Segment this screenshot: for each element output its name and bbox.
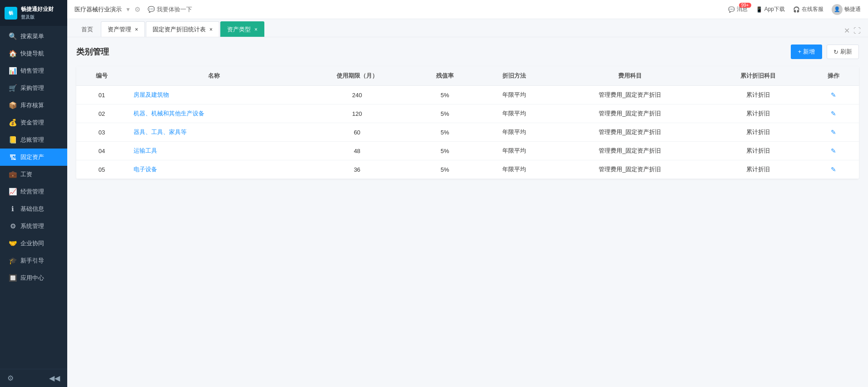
feedback-icon: 💬 [148, 6, 155, 13]
header-actions: + 新增 ↻ 刷新 [791, 45, 859, 59]
tab-home-label: 首页 [81, 25, 93, 34]
sidebar-item-finance[interactable]: 💰 资金管理 [0, 114, 67, 131]
fixed-asset-icon: 🏗 [9, 153, 17, 161]
app-download-label: App下载 [764, 5, 785, 13]
sidebar-item-inventory[interactable]: 📦 库存核算 [0, 97, 67, 114]
window-controls: ✕ ⛶ [844, 26, 861, 37]
refresh-icon: ↻ [833, 49, 838, 55]
tab-asset-type-close-icon[interactable]: × [254, 26, 258, 33]
sidebar-item-salary[interactable]: 💼 工资 [0, 166, 67, 183]
cell-expense: 管理费用_固定资产折旧 [552, 104, 708, 123]
cell-expense: 管理费用_固定资产折旧 [552, 123, 708, 142]
sidebar-item-label: 系统管理 [20, 222, 44, 230]
cell-method: 年限平均 [476, 142, 552, 160]
table-row: 05 电子设备 36 5% 年限平均 管理费用_固定资产折旧 累计折旧 ✎ [76, 160, 859, 179]
sidebar-item-fixed-asset[interactable]: 🏗 固定资产 [0, 149, 67, 166]
logo-icon: 畅 [5, 7, 17, 20]
cell-name[interactable]: 运输工具 [127, 142, 301, 160]
cell-period: 60 [301, 123, 413, 142]
sidebar-item-quick-nav[interactable]: 🏠 快捷导航 [0, 45, 67, 62]
topbar: 医疗器械行业演示 ▼ ⚙ 💬 我要体验一下 💬 消息 99+ 📱 App下载 🎧… [67, 0, 868, 19]
online-service-label: 在线客服 [802, 5, 823, 13]
cell-name[interactable]: 机器、机械和其他生产设备 [127, 104, 301, 123]
tab-asset-manage[interactable]: 资产管理 × [101, 21, 145, 37]
table-row: 04 运输工具 48 5% 年限平均 管理费用_固定资产折旧 累计折旧 ✎ [76, 142, 859, 160]
sidebar-item-ledger[interactable]: 📒 总账管理 [0, 131, 67, 149]
ledger-icon: 📒 [9, 136, 17, 144]
sidebar-item-sales[interactable]: 📊 销售管理 [0, 62, 67, 79]
cell-method: 年限平均 [476, 86, 552, 104]
sidebar-item-guide[interactable]: 🎓 新手引导 [0, 252, 67, 269]
company-dropdown-icon[interactable]: ▼ [125, 6, 131, 13]
system-icon: ⚙ [9, 222, 17, 230]
col-name: 名称 [127, 66, 301, 86]
user-menu[interactable]: 👤 畅捷通 [832, 4, 861, 15]
tab-fixed-asset-table-close-icon[interactable]: × [209, 26, 213, 33]
feedback-button[interactable]: 💬 我要体验一下 [148, 5, 192, 14]
close-window-icon[interactable]: ✕ [844, 26, 850, 35]
edit-icon[interactable]: ✎ [831, 91, 836, 99]
cell-residual: 5% [413, 142, 476, 160]
app-name: 畅捷通好业财 [21, 5, 54, 13]
online-service-button[interactable]: 🎧 在线客服 [793, 5, 823, 13]
sidebar-item-purchase[interactable]: 🛒 采购管理 [0, 79, 67, 97]
sidebar-item-search[interactable]: 🔍 搜索菜单 [0, 28, 67, 45]
message-button[interactable]: 💬 消息 99+ [728, 5, 748, 13]
sidebar-item-label: 新手引导 [20, 257, 44, 265]
cell-name[interactable]: 器具、工具、家具等 [127, 123, 301, 142]
cell-accumulated: 累计折旧 [708, 104, 808, 123]
sidebar-item-label: 应用中心 [20, 274, 44, 282]
sidebar-item-basic-info[interactable]: ℹ 基础信息 [0, 200, 67, 218]
tab-asset-type[interactable]: 资产类型 × [220, 21, 264, 37]
sidebar-item-app-center[interactable]: 🔲 应用中心 [0, 269, 67, 287]
maximize-window-icon[interactable]: ⛶ [853, 27, 861, 35]
sidebar-item-label: 资金管理 [20, 119, 44, 127]
cell-period: 48 [301, 142, 413, 160]
tab-fixed-asset-table[interactable]: 固定资产折旧统计表 × [146, 21, 219, 37]
edit-icon[interactable]: ✎ [831, 166, 836, 173]
sidebar-nav: 🔍 搜索菜单 🏠 快捷导航 📊 销售管理 🛒 采购管理 📦 库存核算 💰 资金管… [0, 26, 67, 369]
sidebar-item-label: 企业协同 [20, 239, 44, 248]
download-icon: 📱 [756, 6, 763, 13]
collapse-icon[interactable]: ◀◀ [49, 374, 60, 382]
message-icon: 💬 [728, 6, 735, 13]
cell-residual: 5% [413, 123, 476, 142]
tab-asset-manage-close-icon[interactable]: × [135, 26, 138, 33]
sidebar-item-label: 销售管理 [20, 67, 44, 75]
sidebar-item-label: 固定资产 [20, 153, 44, 161]
edit-icon[interactable]: ✎ [831, 147, 836, 154]
cell-name[interactable]: 房屋及建筑物 [127, 86, 301, 104]
sidebar-item-system[interactable]: ⚙ 系统管理 [0, 218, 67, 235]
sidebar-item-label: 总账管理 [20, 136, 44, 144]
cell-expense: 管理费用_固定资产折旧 [552, 160, 708, 179]
basic-info-icon: ℹ [9, 205, 17, 213]
cell-method: 年限平均 [476, 123, 552, 142]
cell-method: 年限平均 [476, 160, 552, 179]
operation-icon: 📈 [9, 188, 17, 196]
new-button[interactable]: + 新增 [791, 45, 822, 59]
cooperation-icon: 🤝 [9, 239, 17, 248]
sidebar-item-operation[interactable]: 📈 经营管理 [0, 183, 67, 200]
sidebar-item-label: 基础信息 [20, 205, 44, 213]
cell-accumulated: 累计折旧 [708, 142, 808, 160]
settings-icon[interactable]: ⚙ [7, 374, 14, 382]
cell-action: ✎ [808, 104, 859, 123]
cell-action: ✎ [808, 142, 859, 160]
sidebar-item-label: 经营管理 [20, 188, 44, 196]
table-row: 01 房屋及建筑物 240 5% 年限平均 管理费用_固定资产折旧 累计折旧 ✎ [76, 86, 859, 104]
cell-name[interactable]: 电子设备 [127, 160, 301, 179]
edit-icon[interactable]: ✎ [831, 129, 836, 136]
service-icon: 🎧 [793, 6, 800, 13]
tab-home[interactable]: 首页 [74, 21, 100, 37]
settings-gear-icon[interactable]: ⚙ [134, 5, 140, 14]
app-download-button[interactable]: 📱 App下载 [756, 5, 785, 13]
page-title: 类别管理 [76, 46, 109, 57]
refresh-button[interactable]: ↻ 刷新 [827, 45, 859, 59]
app-center-icon: 🔲 [9, 274, 17, 282]
col-code: 编号 [76, 66, 127, 86]
table-row: 02 机器、机械和其他生产设备 120 5% 年限平均 管理费用_固定资产折旧 … [76, 104, 859, 123]
page-header: 类别管理 + 新增 ↻ 刷新 [76, 45, 859, 59]
edit-icon[interactable]: ✎ [831, 110, 836, 117]
sidebar-item-cooperation[interactable]: 🤝 企业协同 [0, 235, 67, 252]
inventory-icon: 📦 [9, 101, 17, 109]
